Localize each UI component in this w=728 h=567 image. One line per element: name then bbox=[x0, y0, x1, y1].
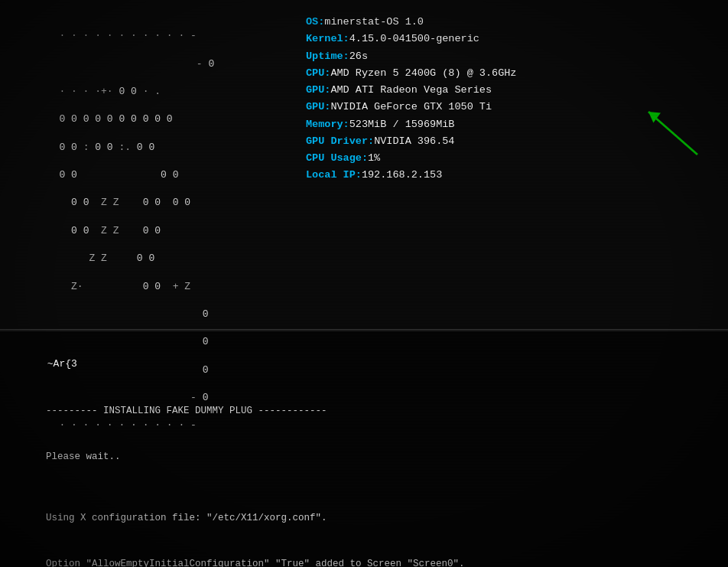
xorg-conf-line: Using X configuration file: "/etc/X11/xo… bbox=[11, 495, 717, 541]
ascii-line-13: 0 bbox=[47, 364, 209, 376]
memory-value: 523MiB / 15969MiB bbox=[349, 116, 455, 133]
cpu-usage-value: 1% bbox=[368, 150, 380, 167]
kernel-line: Kernel: 4.15.0-041500-generic bbox=[306, 31, 720, 47]
local-ip-line: Local IP: 192.168.2.153 bbox=[306, 167, 720, 184]
xorg-conf-text: Using X configuration file: "/etc/X11/xo… bbox=[46, 513, 327, 523]
allow-empty-text: Option "AllowEmptyInitialConfiguration" … bbox=[46, 559, 465, 567]
ascii-line-12: 0 bbox=[47, 336, 209, 347]
uptime-value: 26s bbox=[349, 48, 368, 65]
cpu-label: CPU: bbox=[306, 65, 330, 82]
ascii-line-10: Z· 0 0 + Z bbox=[47, 281, 190, 292]
ascii-line-4: 0 0 0 0 0 0 0 0 0 0 bbox=[47, 113, 173, 125]
local-ip-value: 192.168.2.153 bbox=[362, 167, 442, 184]
please-wait: Please wait.. bbox=[11, 434, 717, 480]
os-value: minerstat-OS 1.0 bbox=[324, 14, 424, 31]
kernel-value: 4.15.0-041500-generic bbox=[349, 31, 479, 47]
green-arrow-icon bbox=[621, 99, 713, 161]
local-ip-label: Local IP: bbox=[306, 167, 362, 184]
install-header-text: --------- INSTALLING FAKE DUMMY PLUG ---… bbox=[46, 406, 327, 416]
gpu2-value: NVIDIA GeForce GTX 1050 Ti bbox=[330, 99, 492, 116]
kernel-label: Kernel: bbox=[306, 31, 349, 47]
cpu-line: CPU: AMD Ryzen 5 2400G (8) @ 3.6GHz bbox=[306, 65, 720, 82]
ascii-line-14: - 0 bbox=[47, 392, 209, 403]
please-wait-text: Please wait.. bbox=[46, 451, 121, 462]
gpu-driver-value: NVIDIA 396.54 bbox=[374, 133, 454, 150]
sysinfo-panel: OS: minerstat-OS 1.0 Kernel: 4.15.0-0415… bbox=[298, 8, 728, 321]
top-terminal-section: · · · · · · · · · · · - - 0 · · · ·+· 0 … bbox=[0, 0, 728, 329]
ascii-line-7: 0 0 Z Z 0 0 0 0 bbox=[47, 197, 190, 208]
cpu-value: AMD Ryzen 5 2400G (8) @ 3.6GHz bbox=[330, 65, 516, 82]
gpu1-label: GPU: bbox=[306, 82, 330, 99]
allow-empty-line: Option "AllowEmptyInitialConfiguration" … bbox=[11, 541, 717, 567]
uptime-line: Uptime: 26s bbox=[306, 48, 720, 65]
gpu-driver-label: GPU Driver: bbox=[306, 133, 374, 150]
ascii-line-9: Z Z 0 0 bbox=[47, 253, 154, 264]
ascii-line-15: · · · · · · · · · · · - bbox=[47, 419, 197, 431]
terminal-screen: · · · · · · · · · · · - - 0 · · · ·+· 0 … bbox=[0, 0, 728, 567]
ascii-line-2: - 0 bbox=[47, 58, 214, 70]
ascii-line-6: 0 0 0 0 bbox=[47, 169, 179, 181]
os-line: OS: minerstat-OS 1.0 bbox=[306, 14, 720, 31]
gpu1-line: GPU: AMD ATI Radeon Vega Series bbox=[306, 82, 720, 99]
cpu-usage-label: CPU Usage: bbox=[306, 150, 368, 167]
gpu1-value: AMD ATI Radeon Vega Series bbox=[330, 82, 492, 99]
ascii-art-panel: · · · · · · · · · · · - - 0 · · · ·+· 0 … bbox=[0, 8, 298, 321]
gpu2-label: GPU: bbox=[306, 99, 330, 116]
ascii-line-11: 0 bbox=[47, 308, 209, 320]
ascii-line-1: · · · · · · · · · · · - bbox=[47, 30, 197, 41]
arrow-annotation bbox=[621, 99, 713, 161]
ascii-line-5: 0 0 : 0 0 :. 0 0 bbox=[47, 142, 154, 153]
os-label: OS: bbox=[306, 14, 324, 31]
ascii-line-8: 0 0 Z Z 0 0 bbox=[47, 225, 161, 236]
uptime-label: Uptime: bbox=[306, 48, 349, 65]
ascii-line-3: · · · ·+· 0 0 · . bbox=[47, 86, 161, 97]
memory-label: Memory: bbox=[306, 116, 349, 133]
